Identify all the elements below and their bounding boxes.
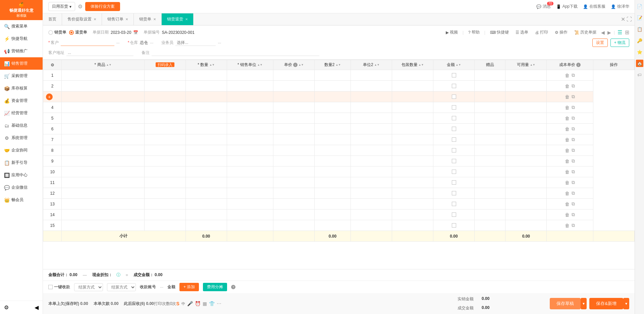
grid-view-icon[interactable]: ☰ xyxy=(618,29,622,36)
amount-cell[interactable] xyxy=(392,102,433,113)
available-cell[interactable] xyxy=(475,102,505,113)
sidebar-item-sales[interactable]: 📊 销售管理 xyxy=(0,57,43,70)
unit-cell[interactable] xyxy=(185,167,227,177)
grid-icon[interactable]: ▦ xyxy=(203,301,207,306)
price-cell[interactable] xyxy=(227,188,273,199)
unit2-sort[interactable]: ▲▼ xyxy=(374,63,380,66)
qty-cell[interactable] xyxy=(144,70,185,81)
qty2-cell[interactable] xyxy=(273,209,315,220)
side-icon-doc[interactable]: 📄 xyxy=(636,3,643,10)
tab-home[interactable]: 首页 xyxy=(43,13,62,25)
qty2-cell[interactable] xyxy=(273,220,315,231)
cost-cell[interactable] xyxy=(505,70,547,81)
copy-row-btn[interactable]: ⧉ xyxy=(572,126,575,132)
unit-cell[interactable] xyxy=(185,124,227,134)
gift-cell[interactable] xyxy=(433,124,474,134)
sidebar-item-wechat[interactable]: 💬 企业微信 xyxy=(0,181,43,194)
warehouse-dots[interactable]: ··· xyxy=(150,41,153,45)
tab-price-close[interactable]: ✕ xyxy=(94,17,96,21)
price-info-icon[interactable]: i xyxy=(293,63,298,67)
th-settings[interactable]: ⚙ xyxy=(43,60,62,70)
tab-sales-delivery[interactable]: 销货单 ✕ xyxy=(134,13,162,25)
gift-cell[interactable] xyxy=(433,102,474,113)
help-btn[interactable]: ? 帮助 xyxy=(466,29,482,36)
price-cell[interactable] xyxy=(227,81,273,91)
goods-cell[interactable] xyxy=(62,199,144,209)
unit2-cell[interactable] xyxy=(315,102,351,113)
pack-cell[interactable] xyxy=(351,156,392,167)
price-cell[interactable] xyxy=(227,124,273,134)
gift-checkbox[interactable] xyxy=(452,105,456,110)
goods-cell[interactable] xyxy=(62,209,144,220)
unit2-cell[interactable] xyxy=(315,167,351,177)
copy-row-btn[interactable]: ⧉ xyxy=(572,94,575,100)
delete-row-btn[interactable]: 🗑 xyxy=(565,201,570,207)
gift-cell[interactable] xyxy=(433,220,474,231)
account-dots[interactable]: ··· xyxy=(160,285,163,290)
trial-button[interactable]: 体验行业方案 xyxy=(85,2,120,11)
delete-row-btn[interactable]: 🗑 xyxy=(565,116,570,121)
copy-row-btn[interactable]: ⧉ xyxy=(572,212,575,217)
staff-dots[interactable]: ··· xyxy=(218,41,221,45)
close-tab-icon[interactable]: ✕ xyxy=(621,16,625,22)
industry-select[interactable]: 日用百货 ▾ xyxy=(48,2,75,11)
gift-cell[interactable] xyxy=(433,177,474,188)
gift-checkbox[interactable] xyxy=(452,202,456,206)
amount-cell[interactable] xyxy=(392,113,433,124)
gift-checkbox[interactable] xyxy=(452,137,456,142)
pack-cell[interactable] xyxy=(351,70,392,81)
price-cell[interactable] xyxy=(227,70,273,81)
goods-cell[interactable] xyxy=(62,102,144,113)
add-fee-btn[interactable]: + 添加 xyxy=(179,283,199,291)
qty-cell[interactable] xyxy=(144,167,185,177)
delete-row-btn[interactable]: 🗑 xyxy=(565,212,570,217)
available-cell[interactable] xyxy=(475,134,505,145)
qty2-cell[interactable] xyxy=(273,188,315,199)
gift-checkbox[interactable] xyxy=(452,180,456,185)
message-btn[interactable]: 💬 消息 70 xyxy=(536,4,551,9)
unit2-cell[interactable] xyxy=(315,70,351,81)
pack-cell[interactable] xyxy=(351,188,392,199)
cost-cell[interactable] xyxy=(505,188,547,199)
amount-cell[interactable] xyxy=(392,188,433,199)
tab-sales-order[interactable]: 销售订单 ✕ xyxy=(102,13,134,25)
amount-sort[interactable]: ▲▼ xyxy=(456,63,461,66)
available-cell[interactable] xyxy=(475,220,505,231)
goods-sort[interactable]: ▲▼ xyxy=(106,63,112,66)
pack-cell[interactable] xyxy=(351,113,392,124)
gift-checkbox[interactable] xyxy=(452,191,456,195)
goods-cell[interactable] xyxy=(62,188,144,199)
qty-cell[interactable] xyxy=(144,145,185,156)
unit-cell[interactable] xyxy=(185,209,227,220)
unit-cell[interactable] xyxy=(185,188,227,199)
pack-cell[interactable] xyxy=(351,134,392,145)
gift-cell[interactable] xyxy=(433,145,474,156)
side-icon-list[interactable]: 📋 xyxy=(636,25,643,33)
gift-checkbox[interactable] xyxy=(452,84,456,88)
qty2-cell[interactable] xyxy=(273,102,315,113)
price-cell[interactable] xyxy=(227,91,273,102)
copy-row-btn[interactable]: ⧉ xyxy=(572,115,575,121)
cost-cell[interactable] xyxy=(505,102,547,113)
available-cell[interactable] xyxy=(475,145,505,156)
amount-cell[interactable] xyxy=(392,177,433,188)
unit-cell[interactable] xyxy=(185,220,227,231)
unit-cell[interactable] xyxy=(185,177,227,188)
radio-return[interactable]: 退货单 xyxy=(69,29,87,35)
logistics-button[interactable]: + 物流 xyxy=(610,39,629,47)
shirt-icon[interactable]: 👕 xyxy=(209,301,215,306)
more-icon[interactable]: ⋯ xyxy=(217,301,221,306)
cost-cell[interactable] xyxy=(505,220,547,231)
unit2-cell[interactable] xyxy=(315,209,351,220)
copy-row-btn[interactable]: ⧉ xyxy=(572,72,575,78)
unit2-cell[interactable] xyxy=(315,134,351,145)
unit-cell[interactable] xyxy=(185,81,227,91)
save-new-arrow[interactable]: ▾ xyxy=(623,298,629,309)
delete-row-btn[interactable]: 🗑 xyxy=(565,191,570,196)
side-icon-home[interactable]: 🏠 xyxy=(636,60,643,67)
tab-price-setting[interactable]: 售价提取设置 ✕ xyxy=(62,13,102,25)
save-draft-btn[interactable]: 保存草稿 xyxy=(550,298,581,309)
calc-method-select[interactable]: 结算方式 xyxy=(107,283,136,291)
qty2-cell[interactable] xyxy=(273,177,315,188)
gift-cell[interactable] xyxy=(433,81,474,91)
